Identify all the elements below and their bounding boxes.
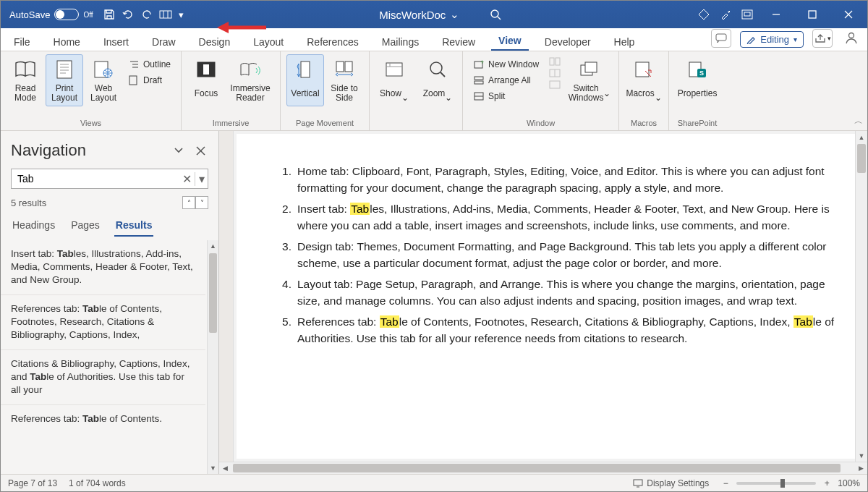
group-views: Read Mode Print Layout Web Layout Outlin… xyxy=(1,51,182,130)
nav-tab-headings[interactable]: Headings xyxy=(11,216,56,237)
ribbon-display-icon[interactable] xyxy=(740,7,754,22)
scroll-thumb[interactable] xyxy=(233,464,841,472)
nav-tab-pages[interactable]: Pages xyxy=(69,216,101,237)
scroll-thumb[interactable] xyxy=(209,253,217,333)
focus-button[interactable]: Focus xyxy=(187,54,225,106)
search-icon[interactable] xyxy=(488,7,503,22)
button-label: Side to Side xyxy=(328,84,361,103)
tab-file[interactable]: File xyxy=(7,32,38,51)
search-result-item[interactable]: Citations & Bibliography, Captions, Inde… xyxy=(1,349,205,404)
doc-horizontal-scrollbar[interactable]: ◀ ▶ xyxy=(219,462,867,474)
zoom-value[interactable]: 100% xyxy=(838,478,860,488)
vertical-button[interactable]: Vertical xyxy=(286,54,324,106)
svg-rect-29 xyxy=(386,63,402,76)
read-mode-button[interactable]: Read Mode xyxy=(7,54,44,106)
collapse-ribbon-icon[interactable]: ︿ xyxy=(854,115,863,127)
chevron-down-icon[interactable] xyxy=(171,143,187,158)
next-result-icon[interactable]: ˅ xyxy=(195,196,208,209)
doc-vertical-scrollbar[interactable]: ▲ ▼ xyxy=(855,131,867,462)
nav-tabs: HeadingsPagesResults xyxy=(1,213,218,237)
maximize-button[interactable] xyxy=(798,1,827,28)
scroll-right-icon[interactable]: ▶ xyxy=(855,465,867,472)
search-options-icon[interactable]: ▾ xyxy=(195,172,208,186)
zoom-button[interactable]: Zoom⌄ xyxy=(419,54,456,106)
svg-rect-47 xyxy=(636,62,649,77)
svg-line-4 xyxy=(498,17,501,20)
scroll-up-icon[interactable]: ▲ xyxy=(856,131,867,143)
diamond-icon[interactable] xyxy=(697,7,711,22)
autosave-toggle[interactable]: AutoSave Off xyxy=(5,9,98,20)
minimize-button[interactable] xyxy=(762,1,791,28)
redo-icon[interactable] xyxy=(140,7,154,22)
tab-layout[interactable]: Layout xyxy=(246,32,291,51)
print-layout-button[interactable]: Print Layout xyxy=(46,54,83,106)
undo-icon[interactable] xyxy=(121,7,135,22)
zoom-slider[interactable] xyxy=(736,482,816,485)
switch-windows-button[interactable]: Switch Windows ⌄ xyxy=(566,54,613,106)
split-button[interactable]: Split xyxy=(469,89,543,103)
web-layout-button[interactable]: Web Layout xyxy=(85,54,122,106)
view-side-icon[interactable] xyxy=(549,57,561,66)
brush-icon[interactable] xyxy=(718,7,733,22)
save-icon[interactable] xyxy=(102,7,116,22)
search-input[interactable] xyxy=(12,173,179,184)
macros-button[interactable]: Macros⌄ xyxy=(625,54,663,106)
properties-button[interactable]: S Properties xyxy=(675,54,720,106)
tab-review[interactable]: Review xyxy=(435,32,482,51)
button-label: Web Layout xyxy=(87,84,120,103)
nav-tab-results[interactable]: Results xyxy=(114,216,154,237)
scroll-left-icon[interactable]: ◀ xyxy=(219,465,231,472)
prev-result-icon[interactable]: ˄ xyxy=(182,196,195,209)
comments-button[interactable] xyxy=(711,29,731,48)
word-count[interactable]: 1 of 704 words xyxy=(69,478,126,488)
tab-references[interactable]: References xyxy=(299,32,366,51)
document-page[interactable]: Home tab: Clipboard, Font, Paragraph, St… xyxy=(237,134,855,459)
page-indicator[interactable]: Page 7 of 13 xyxy=(8,478,57,488)
button-label: Zoom⌄ xyxy=(423,84,453,103)
scroll-down-icon[interactable]: ▼ xyxy=(208,462,218,474)
tab-design[interactable]: Design xyxy=(192,32,238,51)
arrange-all-button[interactable]: Arrange All xyxy=(469,73,543,88)
chevron-down-icon[interactable]: ▾ xyxy=(177,7,186,22)
account-icon[interactable] xyxy=(841,27,861,48)
scroll-down-icon[interactable]: ▼ xyxy=(856,449,867,462)
editing-mode-button[interactable]: Editing▾ xyxy=(740,31,804,48)
svg-rect-37 xyxy=(475,81,483,84)
side-to-side-button[interactable]: Side to Side xyxy=(326,54,363,106)
scroll-up-icon[interactable]: ▲ xyxy=(208,240,218,252)
share-button[interactable]: ▾ xyxy=(812,29,833,48)
sync-scroll-icon[interactable] xyxy=(549,69,561,77)
search-result-item[interactable]: Insert tab: Tables, Illustrations, Add-i… xyxy=(1,240,205,294)
tab-help[interactable]: Help xyxy=(607,32,642,51)
show-button[interactable]: Show⌄ xyxy=(375,54,413,106)
nav-scrollbar[interactable]: ▲ ▼ xyxy=(207,240,218,474)
draft-button[interactable]: Draft xyxy=(124,73,175,88)
new-window-button[interactable]: +New Window xyxy=(469,57,543,72)
tab-view[interactable]: View xyxy=(491,30,529,51)
tab-home[interactable]: Home xyxy=(46,32,88,51)
close-button[interactable] xyxy=(834,1,863,28)
search-result-item[interactable]: References tab: Table of Contents. xyxy=(1,404,205,433)
document-name-text: MiscWorkDoc xyxy=(379,9,446,21)
nav-search-box[interactable]: ✕ ▾ xyxy=(11,169,208,189)
document-title[interactable]: MiscWorkDoc ⌄ xyxy=(379,8,459,21)
tab-insert[interactable]: Insert xyxy=(96,32,136,51)
tab-draw[interactable]: Draw xyxy=(145,32,183,51)
tab-mailings[interactable]: Mailings xyxy=(375,32,426,51)
ruler-icon xyxy=(383,58,406,81)
split-icon xyxy=(473,90,485,102)
scroll-thumb[interactable] xyxy=(857,144,866,173)
clear-search-icon[interactable]: ✕ xyxy=(179,172,195,186)
search-result-item[interactable]: References tab: Table of Contents, Footn… xyxy=(1,294,205,349)
zoom-in-icon[interactable]: + xyxy=(822,478,832,488)
display-settings-button[interactable]: Display Settings xyxy=(633,478,709,488)
outline-button[interactable]: Outline xyxy=(124,57,175,72)
group-show: Show⌄ xyxy=(370,51,419,130)
close-pane-icon[interactable] xyxy=(192,143,208,158)
reset-window-icon[interactable] xyxy=(549,80,561,89)
tab-developer[interactable]: Developer xyxy=(537,32,598,51)
quick-access-icon[interactable] xyxy=(158,7,173,22)
immersive-reader-button[interactable]: Immersive Reader xyxy=(226,54,274,106)
zoom-control[interactable]: − + 100% xyxy=(720,478,860,488)
zoom-out-icon[interactable]: − xyxy=(720,478,731,488)
